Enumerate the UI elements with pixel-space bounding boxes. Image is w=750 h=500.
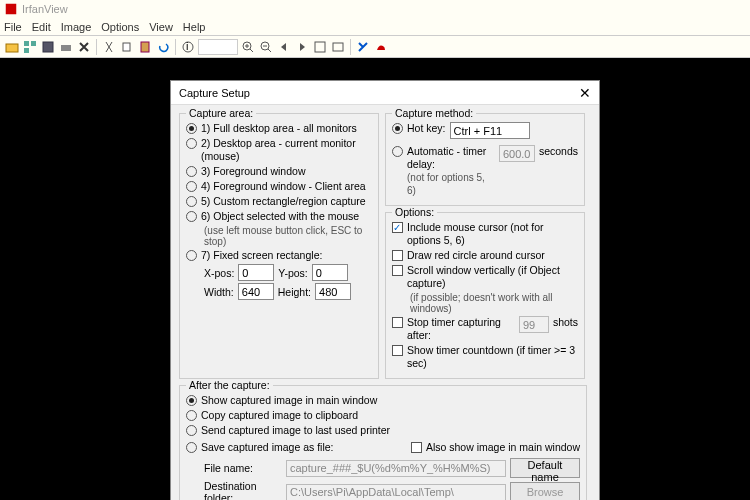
opt-object-mouse[interactable]: 6) Object selected with the mouse — [186, 210, 372, 223]
svg-text:i: i — [186, 40, 188, 52]
filename-label: File name: — [204, 462, 282, 474]
browse-button: Browse — [510, 482, 580, 500]
copy-icon[interactable] — [119, 39, 135, 55]
svg-rect-7 — [123, 43, 130, 51]
menu-file[interactable]: File — [4, 21, 22, 33]
svg-rect-3 — [31, 41, 36, 46]
timer-input — [499, 145, 535, 162]
next-icon[interactable] — [294, 39, 310, 55]
after-capture-group: After the capture: Show captured image i… — [179, 385, 587, 500]
xpos-input[interactable] — [238, 264, 274, 281]
width-input[interactable] — [238, 283, 274, 300]
image-icon[interactable] — [312, 39, 328, 55]
svg-rect-0 — [6, 4, 17, 15]
zoom-out-icon[interactable] — [258, 39, 274, 55]
window-titlebar: IrfanView — [0, 0, 750, 18]
svg-rect-14 — [333, 43, 343, 51]
svg-rect-2 — [24, 41, 29, 46]
capture-area-group: Capture area: 1) Full desktop area - all… — [179, 113, 379, 379]
dialog-title: Capture Setup — [179, 87, 250, 99]
dest-input — [286, 484, 506, 501]
dialog-titlebar: Capture Setup ✕ — [171, 81, 599, 105]
hotkey-input[interactable] — [450, 122, 530, 139]
opt-foreground-client[interactable]: 4) Foreground window - Client area — [186, 180, 372, 193]
opt-foreground-window[interactable]: 3) Foreground window — [186, 165, 372, 178]
menu-edit[interactable]: Edit — [32, 21, 51, 33]
opt-current-monitor[interactable]: 2) Desktop area - current monitor (mouse… — [186, 137, 372, 163]
menu-options[interactable]: Options — [101, 21, 139, 33]
opt-fixed-rect[interactable]: 7) Fixed screen rectangle: — [186, 249, 372, 262]
after-copy[interactable]: Copy captured image to clipboard — [186, 409, 580, 422]
opt-custom-rect[interactable]: 5) Custom rectangle/region capture — [186, 195, 372, 208]
svg-rect-1 — [6, 44, 18, 52]
ypos-label: Y-pos: — [278, 267, 307, 279]
menu-help[interactable]: Help — [183, 21, 206, 33]
after-show[interactable]: Show captured image in main window — [186, 394, 580, 407]
cut-icon[interactable] — [101, 39, 117, 55]
settings-icon[interactable] — [355, 39, 371, 55]
print-icon[interactable] — [58, 39, 74, 55]
toolbar: i — [0, 36, 750, 58]
method-timer[interactable]: Automatic - timer delay: (not for option… — [392, 145, 578, 197]
opt-full-desktop[interactable]: 1) Full desktop area - all monitors — [186, 122, 372, 135]
svg-rect-5 — [43, 42, 53, 52]
slideshow-icon[interactable] — [330, 39, 346, 55]
stop-after-input — [519, 316, 549, 333]
chk-scroll[interactable]: Scroll window vertically (if Object capt… — [392, 264, 578, 290]
group-legend: Capture method: — [392, 107, 476, 119]
filename-input — [286, 460, 506, 477]
menu-view[interactable]: View — [149, 21, 173, 33]
default-name-button[interactable]: Default name — [510, 458, 580, 478]
about-icon[interactable] — [373, 39, 389, 55]
svg-rect-8 — [141, 42, 149, 52]
open-icon[interactable] — [4, 39, 20, 55]
after-save[interactable]: Save captured image as file: — [186, 441, 407, 454]
window-title: IrfanView — [22, 3, 68, 15]
group-legend: Capture area: — [186, 107, 256, 119]
app-logo-icon — [4, 2, 18, 16]
delete-icon[interactable] — [76, 39, 92, 55]
undo-icon[interactable] — [155, 39, 171, 55]
close-icon[interactable]: ✕ — [579, 85, 591, 101]
opt6-note: (use left mouse button click, ESC to sto… — [186, 225, 372, 247]
zoom-field[interactable] — [198, 39, 238, 55]
chk-countdown[interactable]: Show timer countdown (if timer >= 3 sec) — [392, 344, 578, 370]
method-hotkey[interactable]: Hot key: — [392, 122, 578, 139]
zoom-in-icon[interactable] — [240, 39, 256, 55]
svg-rect-4 — [24, 48, 29, 53]
menu-image[interactable]: Image — [61, 21, 92, 33]
ypos-input[interactable] — [312, 264, 348, 281]
height-label: Height: — [278, 286, 311, 298]
chk-cursor[interactable]: Include mouse cursor (not for options 5,… — [392, 221, 578, 247]
capture-method-group: Capture method: Hot key: Automatic - tim… — [385, 113, 585, 206]
dest-label: Destination folder: — [204, 480, 282, 500]
chk-stop-timer[interactable]: Stop timer capturing after: shots — [392, 316, 578, 342]
svg-rect-13 — [315, 42, 325, 52]
xpos-label: X-pos: — [204, 267, 234, 279]
svg-rect-6 — [61, 45, 71, 51]
chk-circle[interactable]: Draw red circle around cursor — [392, 249, 578, 262]
group-legend: After the capture: — [186, 379, 273, 391]
width-label: Width: — [204, 286, 234, 298]
prev-icon[interactable] — [276, 39, 292, 55]
info-icon[interactable]: i — [180, 39, 196, 55]
group-legend: Options: — [392, 206, 437, 218]
options-group: Options: Include mouse cursor (not for o… — [385, 212, 585, 379]
chk-also-show[interactable]: Also show image in main window — [411, 441, 580, 454]
paste-icon[interactable] — [137, 39, 153, 55]
capture-setup-dialog: Capture Setup ✕ Capture area: 1) Full de… — [170, 80, 600, 500]
height-input[interactable] — [315, 283, 351, 300]
save-icon[interactable] — [40, 39, 56, 55]
after-print[interactable]: Send captured image to last used printer — [186, 424, 580, 437]
menu-bar: File Edit Image Options View Help — [0, 18, 750, 36]
thumbnails-icon[interactable] — [22, 39, 38, 55]
